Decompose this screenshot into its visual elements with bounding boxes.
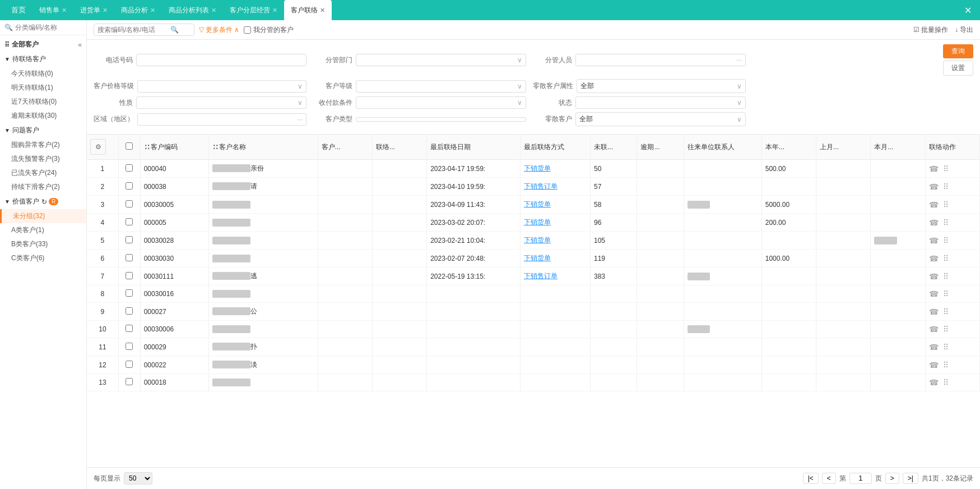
region-select[interactable]: ··· — [137, 113, 306, 126]
phone-action-icon[interactable]: ☎ — [929, 254, 939, 263]
dept-select[interactable]: ∨ — [356, 54, 526, 66]
row-last-way[interactable]: 下销货单 — [520, 196, 590, 214]
col-header-lastmonth[interactable]: 上月... — [816, 135, 871, 160]
row-checkbox[interactable] — [126, 164, 133, 172]
more-icon[interactable]: ··· — [736, 56, 742, 64]
row-checkbox[interactable] — [126, 361, 133, 368]
close-tab-purchase[interactable]: ✕ — [103, 7, 108, 14]
grid-action-icon[interactable]: ⠿ — [943, 343, 949, 352]
row-last-way[interactable] — [520, 321, 590, 338]
row-checkbox-cell[interactable] — [118, 321, 140, 338]
first-page-button[interactable]: |< — [803, 473, 819, 484]
close-tab-analysis[interactable]: ✕ — [150, 7, 155, 14]
toolbar-search-icon[interactable]: 🔍 — [170, 26, 179, 34]
row-checkbox-cell[interactable] — [118, 178, 140, 196]
row-checkbox-cell[interactable] — [118, 285, 140, 303]
grid-action-icon[interactable]: ⠿ — [943, 378, 949, 387]
page-size-select[interactable]: 50 100 — [124, 472, 152, 485]
sidebar-item-churn-warning[interactable]: 流失预警客户(3) — [0, 152, 86, 166]
phone-action-icon[interactable]: ☎ — [929, 218, 939, 227]
refresh-icon[interactable]: ↻ — [41, 198, 47, 206]
row-checkbox[interactable] — [126, 307, 133, 315]
my-customers-toggle[interactable]: 我分管的客户 — [244, 25, 294, 35]
grid-action-icon[interactable]: ⠿ — [943, 325, 949, 334]
query-button[interactable]: 查询 — [943, 44, 973, 58]
row-last-way[interactable]: 下销货单 — [520, 214, 590, 232]
grid-action-icon[interactable]: ⠿ — [943, 164, 949, 173]
customer-level-select[interactable]: ∨ — [356, 80, 526, 93]
sidebar-item-week-pending[interactable]: 近7天待联络(0) — [0, 95, 86, 109]
col-header-unlink[interactable]: 未联... — [590, 135, 637, 160]
col-header-lastdate[interactable]: 最后联络日期 — [427, 135, 521, 160]
search-input[interactable] — [97, 26, 170, 34]
nav-home[interactable]: 首页 — [4, 0, 32, 20]
col-header-checkbox[interactable] — [118, 135, 140, 160]
phone-action-icon[interactable]: ☎ — [929, 343, 939, 352]
sidebar-item-tomorrow-pending[interactable]: 明天待联络(1) — [0, 81, 86, 95]
row-checkbox[interactable] — [126, 182, 133, 190]
grid-action-icon[interactable]: ⠿ — [943, 307, 949, 316]
row-last-way[interactable]: 下销货单 — [520, 232, 590, 250]
row-checkbox[interactable] — [126, 343, 133, 350]
row-checkbox[interactable] — [126, 378, 133, 385]
retail-attr-select[interactable]: 全部 ∨ — [577, 79, 746, 93]
row-last-way[interactable]: 下销货单 — [520, 250, 590, 267]
col-header-lastway[interactable]: 最后联络方式 — [520, 135, 590, 160]
row-checkbox[interactable] — [126, 254, 133, 261]
row-last-way[interactable] — [520, 303, 590, 321]
sidebar-collapse-btn[interactable]: « — [78, 41, 82, 49]
phone-input[interactable] — [136, 54, 306, 66]
row-checkbox-cell[interactable] — [118, 214, 140, 232]
more-conditions-button[interactable]: ▽ 更多条件 ∧ — [199, 25, 239, 35]
nav-tab-purchase[interactable]: 进货单 ✕ — [73, 0, 114, 20]
gender-select[interactable]: ∨ — [136, 96, 306, 109]
close-window-button[interactable]: ✕ — [960, 2, 976, 18]
retail-customer-select[interactable]: 全部 ∨ — [575, 112, 746, 126]
nav-tab-sales-order[interactable]: 销售单 ✕ — [32, 0, 73, 20]
phone-action-icon[interactable]: ☎ — [929, 289, 939, 298]
phone-action-icon[interactable]: ☎ — [929, 164, 939, 173]
prev-page-button[interactable]: < — [822, 473, 836, 484]
price-level-select[interactable]: ∨ — [137, 80, 306, 93]
row-checkbox[interactable] — [126, 200, 133, 207]
row-checkbox[interactable] — [126, 218, 133, 225]
sidebar-item-today-pending[interactable]: 今天待联络(0) — [0, 67, 86, 81]
row-last-way[interactable] — [520, 356, 590, 374]
close-tab-segment[interactable]: ✕ — [272, 7, 277, 14]
nav-tab-product-list[interactable]: 商品分析列表 ✕ — [162, 0, 223, 20]
grid-action-icon[interactable]: ⠿ — [943, 272, 949, 281]
row-last-way[interactable]: 下销货单 — [520, 160, 590, 178]
col-header-code[interactable]: ∷ 客户编码 — [140, 135, 208, 160]
nav-tab-customer-contact[interactable]: 客户联络 ✕ — [284, 0, 332, 20]
phone-action-icon[interactable]: ☎ — [929, 200, 939, 209]
row-last-way[interactable] — [520, 338, 590, 356]
phone-action-icon[interactable]: ☎ — [929, 378, 939, 387]
more-icon2[interactable]: ··· — [297, 116, 303, 123]
row-last-way[interactable]: 下销售订单 — [520, 267, 590, 285]
close-tab-sales[interactable]: ✕ — [62, 7, 67, 14]
row-checkbox-cell[interactable] — [118, 374, 140, 391]
row-checkbox[interactable] — [126, 272, 133, 279]
row-checkbox-cell[interactable] — [118, 267, 140, 285]
row-last-way[interactable]: 下销售订单 — [520, 178, 590, 196]
row-checkbox-cell[interactable] — [118, 250, 140, 267]
phone-action-icon[interactable]: ☎ — [929, 307, 939, 316]
my-customers-checkbox[interactable] — [244, 26, 251, 34]
sidebar-item-ungroup[interactable]: 未分组(32) — [0, 209, 86, 223]
sidebar-search-input[interactable] — [15, 24, 87, 31]
phone-action-icon[interactable]: ☎ — [929, 361, 939, 370]
next-page-button[interactable]: > — [885, 473, 899, 484]
sidebar-item-hoarding[interactable]: 囤购异常客户(2) — [0, 138, 86, 152]
grid-action-icon[interactable]: ⠿ — [943, 289, 949, 298]
phone-action-icon[interactable]: ☎ — [929, 182, 939, 191]
col-header-unitcontact[interactable]: 往来单位联系人 — [684, 135, 761, 160]
toolbar-search-box[interactable]: 🔍 — [94, 24, 194, 36]
settings-icon[interactable]: ⚙ — [90, 139, 106, 155]
all-customers-header[interactable]: ⠿ 全部客户 « — [0, 35, 86, 52]
col-header-overdue[interactable]: 逾期... — [637, 135, 684, 160]
row-checkbox-cell[interactable] — [118, 338, 140, 356]
grid-action-icon[interactable]: ⠿ — [943, 254, 949, 263]
phone-action-icon[interactable]: ☎ — [929, 272, 939, 281]
select-all-checkbox[interactable] — [126, 142, 133, 150]
sidebar-item-c-class[interactable]: C类客户(6) — [0, 251, 86, 265]
